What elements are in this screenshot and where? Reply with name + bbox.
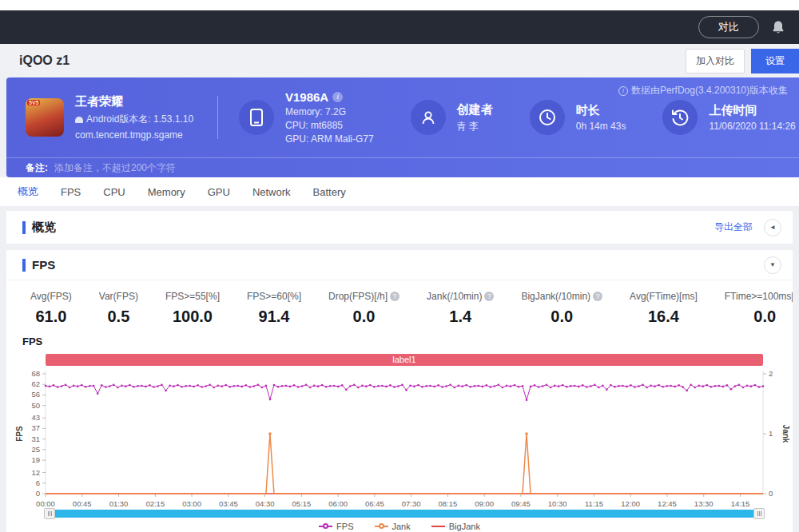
stat-label: FPS>=55[%] <box>165 291 220 302</box>
svg-text:31: 31 <box>31 435 40 443</box>
svg-text:09:45: 09:45 <box>511 499 531 508</box>
svg-text:0: 0 <box>36 489 40 498</box>
svg-text:10:30: 10:30 <box>548 499 567 508</box>
device-model: V1986A <box>285 90 328 104</box>
svg-text:05:15: 05:15 <box>292 499 311 508</box>
stat-value: 61.0 <box>30 308 72 326</box>
svg-text:25: 25 <box>31 445 40 454</box>
stat-label: Avg(FPS) <box>30 291 72 302</box>
stat-label: Drop(FPS)[/h] <box>328 291 388 302</box>
device-cpu: CPU: mt6885 <box>285 120 374 131</box>
tab-CPU[interactable]: CPU <box>103 186 125 198</box>
device-info-icon[interactable]: i <box>332 92 343 102</box>
tab-Network[interactable]: Network <box>252 186 291 198</box>
perfdog-version-note: i 数据由PerfDog(3.4.200310)版本收集 <box>618 84 788 97</box>
remark-label: 备注: <box>26 161 48 175</box>
remark-input[interactable]: 备注: 添加备注，不超过200个字符 <box>6 157 799 177</box>
tab-Memory[interactable]: Memory <box>148 186 185 198</box>
collapse-down-button[interactable]: ▼ <box>764 256 781 274</box>
svg-text:2: 2 <box>769 369 773 378</box>
export-all-link[interactable]: 导出全部 <box>714 220 753 234</box>
upload-time-history-icon <box>662 100 698 135</box>
svg-text:68: 68 <box>31 369 40 378</box>
join-compare-button[interactable]: 加入对比 <box>686 49 745 73</box>
legend-FPS[interactable]: FPS <box>319 522 353 531</box>
svg-text:1: 1 <box>769 429 773 438</box>
page-title: iQOO z1 <box>19 54 70 68</box>
svg-text:FPS: FPS <box>15 426 24 442</box>
compare-button[interactable]: 对比 <box>698 16 759 38</box>
svg-text:56: 56 <box>31 390 40 399</box>
fps-stat: FPS>=55[%]100.0 <box>165 291 220 326</box>
stat-value: 16.4 <box>630 308 698 326</box>
svg-text:50: 50 <box>31 401 40 410</box>
game-app-icon: 5V5 <box>26 98 64 137</box>
scrollbar-right-handle[interactable] <box>753 508 765 519</box>
notification-bell-icon[interactable] <box>772 20 785 34</box>
svg-text:07:30: 07:30 <box>402 499 421 508</box>
stat-value: 100.0 <box>165 308 220 326</box>
upload-time-label: 上传时间 <box>709 103 795 118</box>
svg-text:Jank: Jank <box>781 425 790 443</box>
chart-region-label[interactable]: label1 <box>46 354 763 366</box>
creator-name: 青 李 <box>457 120 493 133</box>
report-subheader: iQOO z1 加入对比 设置 <box>0 44 799 77</box>
overview-title: 概览 <box>32 220 56 235</box>
fps-chart[interactable]: 6862565043373125191260210FPSJank00:0000:… <box>6 369 793 508</box>
svg-text:06:00: 06:00 <box>328 499 348 508</box>
app-header: 对比 <box>0 10 799 44</box>
stat-value: 0.5 <box>99 308 138 326</box>
svg-text:12:45: 12:45 <box>658 499 677 508</box>
fps-chart-title: FPS <box>22 335 793 347</box>
tab-FPS[interactable]: FPS <box>61 186 81 198</box>
phone-icon <box>239 100 274 135</box>
help-icon[interactable]: ? <box>484 292 494 301</box>
title-accent-bar <box>22 221 26 234</box>
fps-stat: Jank(/10min)?1.4 <box>427 291 494 326</box>
svg-text:6: 6 <box>36 478 40 487</box>
fps-stat: Var(FPS)0.5 <box>99 291 138 326</box>
svg-text:19: 19 <box>31 455 40 464</box>
report-info-banner: 5V5 王者荣耀 Android版本名: 1.53.1.10 com.tence… <box>6 77 799 177</box>
svg-text:12: 12 <box>31 468 40 477</box>
legend-BigJank[interactable]: BigJank <box>431 522 480 531</box>
stat-label: Var(FPS) <box>99 291 138 302</box>
scrollbar-track[interactable] <box>46 510 763 518</box>
svg-text:01:30: 01:30 <box>109 499 129 508</box>
fps-stats-row: Avg(FPS)61.0Var(FPS)0.5FPS>=55[%]100.0FP… <box>6 280 793 326</box>
fps-stat: FPS>=60[%]91.4 <box>247 291 301 326</box>
help-icon[interactable]: ? <box>593 292 602 301</box>
help-icon[interactable]: ? <box>390 292 400 301</box>
tab-GPU[interactable]: GPU <box>208 186 230 198</box>
svg-text:04:30: 04:30 <box>256 499 275 508</box>
creator-label: 创建者 <box>457 102 493 117</box>
stat-label: FPS>=60[%] <box>247 291 301 302</box>
legend-Jank[interactable]: Jank <box>375 522 411 531</box>
settings-button[interactable]: 设置 <box>751 49 799 73</box>
tab-Battery[interactable]: Battery <box>313 186 346 198</box>
svg-text:06:45: 06:45 <box>365 499 384 508</box>
creator-person-icon <box>411 100 446 135</box>
tab-概览[interactable]: 概览 <box>18 185 38 199</box>
fps-section-title: FPS <box>32 258 55 272</box>
duration-label: 时长 <box>576 103 626 118</box>
stat-value: 91.4 <box>247 308 301 326</box>
svg-text:09:00: 09:00 <box>475 499 494 508</box>
collapse-left-button[interactable]: ◄ <box>764 219 781 236</box>
svg-text:43: 43 <box>31 413 40 422</box>
svg-text:08:15: 08:15 <box>439 499 458 508</box>
android-version: Android版本名: 1.53.1.10 <box>86 113 193 126</box>
divider <box>217 96 218 139</box>
scrollbar-left-handle[interactable] <box>44 508 55 519</box>
svg-text:11:15: 11:15 <box>585 499 603 508</box>
chart-zoom-scrollbar[interactable] <box>46 508 763 519</box>
device-gpu: GPU: ARM Mali-G77 <box>285 133 374 145</box>
title-accent-bar <box>22 259 26 272</box>
stat-value: 0.0 <box>521 308 602 326</box>
stat-value: 0.0 <box>725 308 793 326</box>
stat-value: 1.4 <box>427 308 494 326</box>
svg-text:13:30: 13:30 <box>694 499 714 508</box>
svg-text:00:45: 00:45 <box>73 499 92 508</box>
svg-text:02:15: 02:15 <box>145 499 165 508</box>
stat-label: Avg(FTime)[ms] <box>630 291 698 302</box>
